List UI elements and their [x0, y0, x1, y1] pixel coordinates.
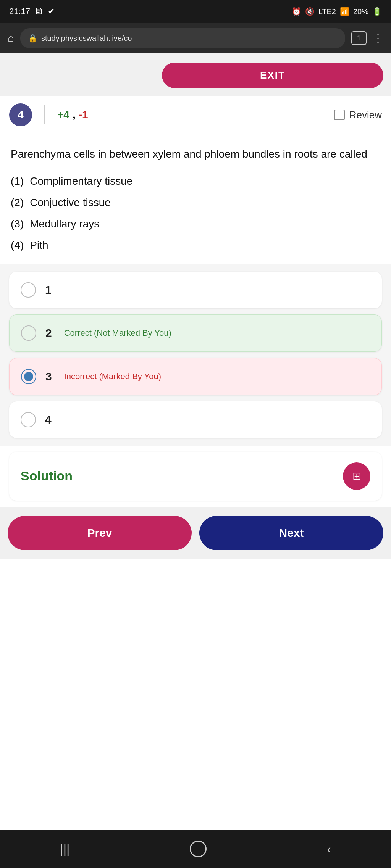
option-2-num: (2) [11, 192, 24, 213]
grid-fab-button[interactable]: ⊞ [343, 462, 370, 490]
choices-area: 1 2 Correct (Not Marked By You) 3 Incorr… [0, 264, 391, 446]
score-separator: , [73, 109, 76, 121]
network-text: LTE2 [318, 7, 336, 16]
lock-icon: 🔒 [28, 34, 37, 43]
grid-icon: ⊞ [352, 470, 361, 482]
review-label: Review [349, 109, 382, 121]
battery-text: 20% [353, 7, 368, 16]
prev-button[interactable]: Prev [8, 516, 192, 550]
option-1: (1) Complimentary tissue [11, 171, 380, 192]
header-divider [44, 105, 45, 124]
option-1-num: (1) [11, 171, 24, 192]
choice-3-label: 3 [45, 370, 52, 383]
signal-icon: 📶 [340, 7, 349, 16]
tab-count-button[interactable]: 1 [351, 31, 367, 45]
question-text: Parenchyma cells in between xylem and ph… [11, 146, 380, 163]
url-bar[interactable]: 🔒 study.physicswallah.live/co [20, 28, 345, 48]
home-circle-icon [190, 841, 207, 857]
browser-home-button[interactable]: ⌂ [8, 32, 14, 44]
solution-label: Solution [21, 469, 73, 483]
option-2-text: Conjuctive tissue [30, 192, 111, 213]
choice-1[interactable]: 1 [9, 272, 382, 308]
alarm-icon: ⏰ [292, 7, 301, 16]
choice-4-label: 4 [45, 413, 52, 426]
choice-3-radio-fill [24, 372, 33, 381]
option-3-text: Medullary rays [30, 213, 99, 235]
question-header: 4 +4 , -1 Review [0, 96, 391, 134]
choice-1-label: 1 [45, 283, 52, 296]
answer-options: (1) Complimentary tissue (2) Conjuctive … [11, 171, 380, 256]
url-text: study.physicswallah.live/co [41, 34, 132, 43]
option-4-text: Pith [30, 235, 48, 256]
browser-bar: ⌂ 🔒 study.physicswallah.live/co 1 ⋮ [0, 23, 391, 53]
option-4-num: (4) [11, 235, 24, 256]
option-3-num: (3) [11, 213, 24, 235]
choice-2-status: Correct (Not Marked By You) [64, 328, 171, 338]
browser-menu-button[interactable]: ⋮ [373, 32, 383, 45]
choice-3-radio [21, 369, 36, 384]
choice-3[interactable]: 3 Incorrect (Marked By You) [9, 358, 382, 395]
score-minus: -1 [79, 109, 88, 121]
nav-home-button[interactable] [178, 837, 218, 861]
status-icon-check: ✔ [48, 6, 55, 16]
question-score: +4 , -1 [57, 109, 325, 121]
review-checkbox[interactable] [334, 110, 345, 120]
nav-forward-button[interactable]: ‹ [315, 838, 343, 860]
mute-icon: 🔇 [305, 7, 315, 16]
nav-buttons: Prev Next [0, 507, 391, 559]
solution-area[interactable]: Solution ⊞ [9, 452, 382, 501]
choice-4-radio [21, 412, 36, 427]
next-button[interactable]: Next [199, 516, 383, 550]
option-1-text: Complimentary tissue [30, 171, 132, 192]
option-2: (2) Conjuctive tissue [11, 192, 380, 213]
exit-area: EXIT [0, 53, 391, 96]
choice-2-label: 2 [45, 327, 52, 340]
status-bar: 21:17 🖹 ✔ ⏰ 🔇 LTE2 📶 20% 🔋 [0, 0, 391, 23]
option-4: (4) Pith [11, 235, 380, 256]
option-3: (3) Medullary rays [11, 213, 380, 235]
question-body: Parenchyma cells in between xylem and ph… [0, 134, 391, 264]
choice-2-radio [21, 325, 36, 341]
nav-back-button[interactable]: ||| [48, 838, 81, 860]
exit-button[interactable]: EXIT [162, 63, 383, 88]
question-number-badge: 4 [9, 103, 32, 126]
status-icon-doc: 🖹 [35, 6, 43, 16]
status-time: 21:17 [9, 6, 30, 16]
choice-3-status: Incorrect (Marked By You) [64, 372, 161, 382]
score-plus: +4 [57, 109, 69, 121]
menu-icon: ||| [60, 842, 69, 856]
review-area: Review [334, 109, 382, 121]
main-content: EXIT 4 +4 , -1 Review Parenchyma cells i… [0, 53, 391, 830]
bottom-nav: ||| ‹ [0, 830, 391, 868]
battery-icon: 🔋 [372, 7, 382, 16]
back-icon: ‹ [327, 842, 331, 856]
choice-4[interactable]: 4 [9, 401, 382, 438]
choice-2[interactable]: 2 Correct (Not Marked By You) [9, 314, 382, 352]
choice-1-radio [21, 282, 36, 298]
